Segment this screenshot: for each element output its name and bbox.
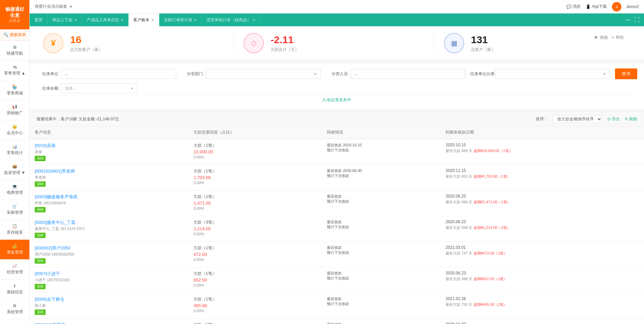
tab-home-label: 首页 [34,17,43,23]
sidebar-item-retail-mgmt[interactable]: 🛍 零售管理 ▲ [0,61,29,81]
tab-close-icon[interactable]: × [194,18,197,22]
customer-name-link[interactable]: [0001020001]李老师 [35,169,75,174]
recent-collect-row: 最近收款 [327,245,436,250]
sidebar-item-label: 零售管理 ▲ [4,70,25,76]
tab-close-icon[interactable]: × [253,18,255,22]
help-btn[interactable]: ⊙ 帮助 [611,35,624,40]
sidebar-item-system[interactable]: ⚙ 系统管理 [0,299,29,319]
sort-select[interactable]: 按欠款金额倒序排序 [553,115,602,123]
debt-amount-value[interactable]: 10,000.00 [194,149,317,154]
video-icon: ▶ [594,35,598,40]
overdue-link[interactable]: 超期¥1,214.00（3笔） [474,226,511,230]
tab-product-listing[interactable]: 商品上下架 × [48,13,82,26]
debt-amount-value[interactable]: 1,214.00 [194,226,317,231]
next-collect-label: 预计下次收款 [327,174,349,178]
filter-input-source-unit[interactable]: ... [61,69,176,79]
message-btn[interactable]: 💬 消息 [566,4,581,9]
customer-sub-info: 吴俊 [35,149,184,154]
overdue-link[interactable]: 超期¥1,703.68（1笔） [474,174,511,178]
sidebar-item-inventory[interactable]: 📋 库存核算 [0,220,29,240]
table-row: [0006]去下粮仓 陈小希 现销 欠款（1笔） 455.90 0.00% 最近… [30,293,644,319]
debt-amount-value[interactable]: 672.00 [194,252,317,257]
export-btn[interactable]: ⊙ 导出 [607,116,620,122]
debt-amount-value[interactable]: 1,703.68 [194,175,317,180]
system-icon: ⚙ [13,303,17,308]
wholesale-icon: 📦 [12,164,17,169]
sidebar-item-quick-nav[interactable]: ⊞ 快捷导航 [0,41,29,61]
username-label[interactable]: demo2 [626,4,639,9]
debt-amount-value[interactable]: 652.00 [194,277,317,283]
collapse-filter-btn[interactable]: ⋀ 收起更多条件 [36,95,637,105]
refresh-btn[interactable]: ↻ 刷新 [625,116,637,122]
collection-cell: 最近收款 预计下次收款 [322,242,441,267]
customer-name-link[interactable]: [0002]服务中心_丁磊 [35,220,76,225]
filter-input-person[interactable]: ... [351,69,466,79]
results-bar: 搜索结果中，客户16家 欠款金额 -21,148.07元 排序： 按欠款金额倒序… [30,112,644,126]
stat-card-total-debt: ◇ -2.11 欠款合计（万） [233,33,434,53]
overdue-link[interactable]: 超期¥455.90（1笔） [474,302,508,306]
customer-tag: 现销 [35,181,46,187]
filter-select-balance[interactable]: 选择... ▼ [61,83,138,93]
debt-amount-value[interactable]: 1,471.00 [194,201,317,206]
tab-close-icon[interactable]: × [74,18,77,22]
search-icon: 🔍 [3,32,8,37]
tab-stock-stats[interactable]: 进货单统计表（按商品） × [202,13,260,26]
search-menu-btn[interactable]: 🔍 搜索菜单 [0,29,29,41]
filter-select-dept[interactable]: ▼ [206,69,321,79]
customer-tag: 现销 [35,284,46,289]
sidebar-item-ecommerce[interactable]: 💻 电商管理 [0,180,29,200]
tab-home[interactable]: 首页 [30,13,48,26]
sidebar-item-operations[interactable]: 📈 经营管理 [0,260,29,279]
tab-customer-account[interactable]: 客户账本 × [129,13,159,26]
overdue-link[interactable]: 超期¥652.00（1笔） [474,277,508,281]
sidebar-item-collab[interactable]: 🤝 企业协同 [0,319,29,324]
search-button[interactable]: 查询 [615,68,637,79]
overdue-link[interactable]: 超期¥1,471.00（1笔） [474,200,511,204]
recent-collect-label: 最近收款 [327,220,342,224]
sidebar-item-finance[interactable]: 💰 资金管理 [0,240,29,260]
message-label: 消息 [572,4,581,9]
tab-maximize-icon[interactable]: ⛶ [633,17,641,23]
tab-close-icon[interactable]: × [151,18,154,22]
customer-name-link[interactable]: [0006]去下粮仓 [35,297,64,302]
dropdown-icon[interactable]: ▼ [69,4,73,9]
sidebar-item-basic-info[interactable]: ℹ 基础信息 [0,279,29,299]
overdue-days-info: 最长欠款 998 天 超期¥652.00（1笔） [446,276,639,282]
customer-cell: [0016]吴俊 吴俊 现销 [30,139,189,165]
sidebar-item-wholesale[interactable]: 📦 批发管理 ▼ [0,160,29,180]
overdue-link[interactable]: 超期¥672.00（1笔） [474,251,508,255]
customer-tag: 现销 [35,233,46,238]
customer-name-link[interactable]: [0016]吴俊 [35,143,56,148]
stat-icon-debt: ¥ [43,33,63,53]
tab-close-icon[interactable]: × [121,18,123,22]
tab-minimize-icon[interactable]: — [624,17,632,23]
sidebar-item-retail-shop[interactable]: 🏪 零售商城 [0,81,29,100]
sort-label: 排序： [536,116,548,122]
debt-amount-value[interactable]: 455.90 [194,303,317,308]
user-avatar[interactable]: d [612,2,621,11]
overdue-link[interactable]: 超期¥10,000.00（1笔） [474,149,513,153]
ecommerce-icon: 💻 [12,184,17,189]
video-label: 视频 [600,35,608,40]
sidebar-item-label: 会员中心 [7,130,23,136]
logo-sub: 示范店 [3,18,26,23]
sidebar-item-purchase[interactable]: 🛒 采购管理 [0,200,29,220]
sidebar-item-marketing[interactable]: 📢 营销推广 [0,100,29,120]
debt-cell: 欠款（1笔） 652.00 0.00% [189,267,322,293]
customer-name-link[interactable]: [0007]小进干 [35,271,60,276]
recent-collect-label: 最近收款 [327,143,342,147]
sidebar-item-retail-stats[interactable]: 📊 零售统计 [0,140,29,160]
video-btn[interactable]: ▶ 视频 [594,35,608,40]
tab-product-stock-history[interactable]: 产成品入库单历史 × [82,13,129,26]
customer-name-link[interactable]: [000001]黄思源 [35,322,65,324]
sidebar-logo[interactable]: 畅捷通好生意 示范店 [0,0,29,29]
stat-label-debt-customers: 总欠款客户（家） [70,47,103,53]
sidebar-item-member[interactable]: 👑 会员中心 [0,120,29,140]
collection-cell: 最近收款 2020-10-15 预计下次收款 [322,139,441,165]
app-download-btn[interactable]: 📱 App下载 [586,4,607,9]
filter-select-unit-cat[interactable]: ▼ [495,69,610,79]
customer-name-link[interactable]: [000002]用户2050 [35,245,71,251]
table-row: [0001020001]李老师 李老师 现销 欠款（1笔） 1,703.68 0… [30,165,644,190]
customer-name-link[interactable]: [0003]畅捷服务尹海燕 [35,194,78,199]
tab-purchase-order-stats[interactable]: 采购订单统计表 × [159,13,202,26]
